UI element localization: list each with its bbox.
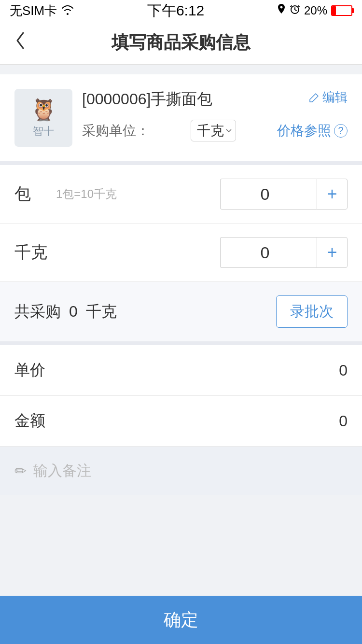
purchase-unit-label: 采购单位： <box>82 122 150 140</box>
wifi-icon <box>61 3 74 18</box>
edit-link[interactable]: 编辑 <box>309 89 348 106</box>
confirm-button[interactable]: 确定 <box>0 596 362 644</box>
price-ref-icon: ? <box>334 124 348 138</box>
bag-label: 包 <box>14 183 53 205</box>
status-left: 无SIM卡 <box>10 2 74 19</box>
amount-label: 金额 <box>14 410 45 432</box>
total-text: 共采购 0 千克 <box>14 301 117 322</box>
kg-label: 千克 <box>14 241 53 264</box>
unit-price-row: 单价 0 <box>0 345 362 396</box>
page-title: 填写商品采购信息 <box>111 31 251 55</box>
amount-value: 0 <box>339 412 348 430</box>
battery-percent: 20% <box>304 4 327 17</box>
notes-section[interactable]: ✏ 输入备注 <box>0 447 362 495</box>
product-card: 🦉 智十 [0000006]手撕面包 编辑 采购单位： 千克 包 件 价格参照 … <box>0 74 362 165</box>
battery-icon <box>331 5 352 16</box>
bag-input-group: + <box>220 179 348 210</box>
unit-select[interactable]: 千克 包 件 <box>191 120 236 141</box>
bag-quantity-row: 包 1包=10千克 + <box>0 165 362 224</box>
product-name: [0000006]手撕面包 <box>82 89 212 110</box>
amount-row: 金额 0 <box>0 396 362 447</box>
alarm-icon <box>290 4 300 17</box>
svg-line-2 <box>295 10 296 11</box>
unit-price-label: 单价 <box>14 360 45 381</box>
status-time: 下午6:12 <box>147 1 204 21</box>
bag-sub-label: 1包=10千克 <box>56 186 117 202</box>
status-bar: 无SIM卡 下午6:12 20% <box>0 0 362 21</box>
unit-price-value: 0 <box>339 362 348 379</box>
back-button[interactable] <box>14 31 43 55</box>
carrier-label: 无SIM卡 <box>10 2 57 19</box>
price-section: 单价 0 金额 0 <box>0 345 362 447</box>
price-ref-link[interactable]: 价格参照 ? <box>277 122 348 140</box>
total-row: 共采购 0 千克 录批次 <box>0 282 362 345</box>
kg-input-group: + <box>220 237 348 268</box>
product-image: 🦉 智十 <box>14 89 72 147</box>
product-header: [0000006]手撕面包 编辑 <box>82 89 348 110</box>
status-right: 20% <box>277 4 352 17</box>
nav-bar: 填写商品采购信息 <box>0 21 362 65</box>
total-value: 0 <box>69 303 78 320</box>
location-icon <box>277 4 286 17</box>
kg-plus-button[interactable]: + <box>317 237 348 268</box>
notes-placeholder: 输入备注 <box>33 461 91 481</box>
pencil-icon: ✏ <box>14 462 27 479</box>
purchase-unit-row: 采购单位： 千克 包 件 价格参照 ? <box>82 120 348 141</box>
product-logo-label: 智十 <box>33 124 54 139</box>
bag-plus-button[interactable]: + <box>317 179 348 210</box>
kg-quantity-row: 千克 + <box>0 224 362 282</box>
quantity-section: 包 1包=10千克 + 千克 + <box>0 165 362 282</box>
product-logo-icon: 🦉 <box>30 97 57 122</box>
kg-quantity-input[interactable] <box>220 237 317 268</box>
batch-button[interactable]: 录批次 <box>276 295 348 328</box>
product-info: [0000006]手撕面包 编辑 采购单位： 千克 包 件 价格参照 ? <box>82 89 348 141</box>
bag-quantity-input[interactable] <box>220 179 317 210</box>
